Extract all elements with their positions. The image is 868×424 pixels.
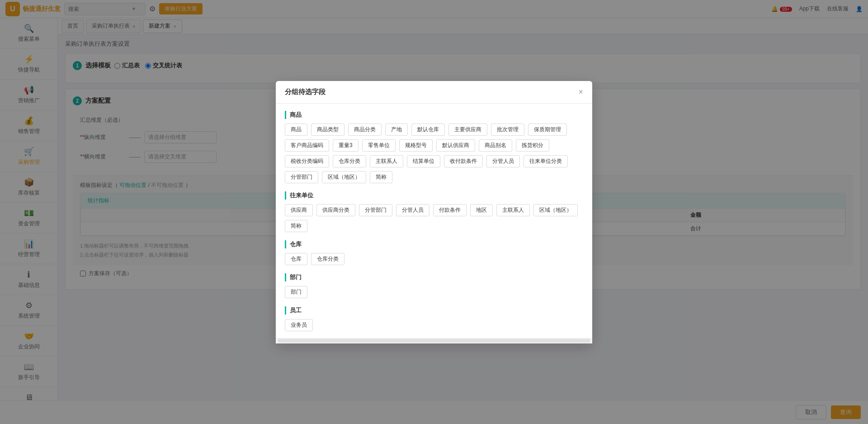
field-tags-0: 商品商品类型商品分类产地默认仓库主要供应商批次管理保质期管理客户商品编码重量3零… [285,124,583,183]
field-tag-0-24[interactable]: 简称 [370,171,392,183]
field-tag-0-12[interactable]: 默认供应商 [436,139,475,152]
modal-hscrollbar[interactable] [276,338,592,343]
field-tag-0-15[interactable]: 税收分类编码 [285,155,329,167]
field-group-4: 员工业务员 [285,306,583,331]
modal-close-icon[interactable]: × [578,87,583,97]
field-tag-0-16[interactable]: 仓库分类 [333,155,366,167]
field-tag-0-5[interactable]: 主要供应商 [448,124,487,136]
field-tag-2-0[interactable]: 仓库 [285,253,307,265]
field-tag-1-2[interactable]: 分管部门 [359,204,392,216]
field-tag-3-0[interactable]: 部门 [285,286,307,298]
field-tags-2: 仓库仓库分类 [285,253,583,265]
modal-overlay[interactable]: 分组待选字段 × 商品商品商品类型商品分类产地默认仓库主要供应商批次管理保质期管… [0,0,868,424]
field-tag-0-19[interactable]: 收付款条件 [444,155,483,167]
field-tag-0-4[interactable]: 默认仓库 [411,124,445,136]
field-tag-1-3[interactable]: 分管人员 [396,204,429,216]
field-tag-0-14[interactable]: 拣货积分 [516,139,549,152]
field-tag-0-0[interactable]: 商品 [285,124,307,136]
field-group-title-1: 往来单位 [285,191,583,200]
field-tag-4-0[interactable]: 业务员 [285,319,313,331]
field-tag-2-1[interactable]: 仓库分类 [311,253,344,265]
field-group-title-4: 员工 [285,306,583,314]
field-tag-1-6[interactable]: 主联系人 [496,204,530,216]
modal-body: 商品商品商品类型商品分类产地默认仓库主要供应商批次管理保质期管理客户商品编码重量… [276,104,592,338]
modal-header: 分组待选字段 × [276,81,592,104]
field-group-3: 部门部门 [285,273,583,298]
field-tag-1-4[interactable]: 付款条件 [433,204,467,216]
field-tag-0-22[interactable]: 分管部门 [285,171,318,183]
field-tags-1: 供应商供应商分类分管部门分管人员付款条件地区主联系人区域（地区）简称 [285,204,583,232]
field-tag-0-17[interactable]: 主联系人 [370,155,403,167]
field-tag-0-11[interactable]: 规格型号 [399,139,433,152]
field-group-2: 仓库仓库仓库分类 [285,240,583,265]
field-tag-0-18[interactable]: 结算单位 [407,155,440,167]
field-group-title-3: 部门 [285,273,583,281]
modal-title: 分组待选字段 [285,88,326,96]
field-tag-1-7[interactable]: 区域（地区） [533,204,578,216]
field-group-0: 商品商品商品类型商品分类产地默认仓库主要供应商批次管理保质期管理客户商品编码重量… [285,111,583,183]
field-tags-4: 业务员 [285,319,583,331]
field-tag-0-23[interactable]: 区域（地区） [322,171,366,183]
field-tag-0-6[interactable]: 批次管理 [491,124,524,136]
field-tag-0-2[interactable]: 商品分类 [348,124,382,136]
field-group-title-0: 商品 [285,111,583,119]
field-tag-1-5[interactable]: 地区 [470,204,493,216]
field-tag-0-7[interactable]: 保质期管理 [528,124,567,136]
field-group-1: 往来单位供应商供应商分类分管部门分管人员付款条件地区主联系人区域（地区）简称 [285,191,583,232]
field-tag-0-21[interactable]: 往来单位分类 [524,155,568,167]
field-tag-0-20[interactable]: 分管人员 [486,155,520,167]
field-group-title-2: 仓库 [285,240,583,248]
modal-dialog: 分组待选字段 × 商品商品商品类型商品分类产地默认仓库主要供应商批次管理保质期管… [276,81,592,343]
field-tag-0-9[interactable]: 重量3 [333,139,359,152]
field-tag-0-10[interactable]: 零售单位 [362,139,396,152]
field-tag-0-1[interactable]: 商品类型 [311,124,344,136]
field-tag-1-0[interactable]: 供应商 [285,204,313,216]
field-tag-0-13[interactable]: 商品别名 [479,139,512,152]
field-tag-1-1[interactable]: 供应商分类 [316,204,355,216]
field-tags-3: 部门 [285,286,583,298]
field-tag-0-8[interactable]: 客户商品编码 [285,139,329,152]
field-tag-0-3[interactable]: 产地 [385,124,408,136]
field-tag-1-8[interactable]: 简称 [285,220,307,232]
